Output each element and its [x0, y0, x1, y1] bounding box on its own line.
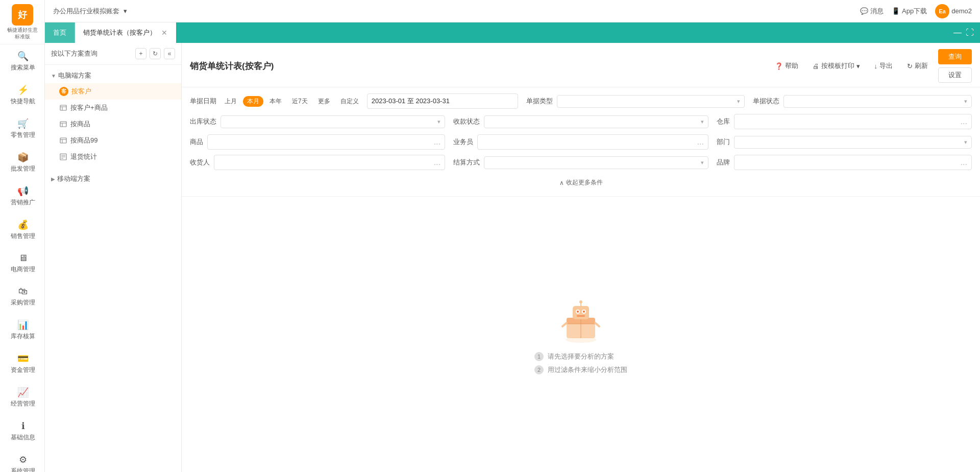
dept-select[interactable]: ▾ [734, 136, 972, 149]
app-download-label: App下载 [902, 7, 927, 16]
empty-state: 1 请先选择要分析的方案 2 用过滤条件来缩小分析范围 [534, 295, 627, 374]
sidebar-item-system[interactable]: ⚙ 系统管理 [0, 448, 44, 472]
empty-illustration [555, 295, 606, 346]
receiver-input[interactable]: ... [214, 155, 445, 170]
top-header: 办公用品行业模拟账套 ▾ 💬 消息 📱 App下载 Ea demo2 [45, 0, 980, 22]
scheme-icon [59, 153, 67, 161]
custom-btn[interactable]: 自定义 [336, 96, 363, 107]
sidebar-item-label: 采购管理 [11, 298, 35, 307]
date-label: 单据日期 [190, 97, 216, 106]
export-label: 导出 [879, 61, 893, 70]
refresh-icon: ↻ [907, 62, 913, 70]
settlement-arrow: ▾ [701, 159, 704, 166]
sidebar-item-marketing[interactable]: 📢 营销推广 [0, 179, 44, 213]
payment-status-select[interactable]: ▾ [484, 115, 708, 128]
salesperson-dots[interactable]: ... [697, 137, 704, 147]
sidebar-item-label: 搜索菜单 [11, 63, 35, 72]
sidebar-item-retail[interactable]: 🛒 零售管理 [0, 112, 44, 146]
scheme-item-by-goods[interactable]: 按商品 [45, 116, 181, 132]
query-button[interactable]: 查询 [938, 49, 972, 64]
brand-dots[interactable]: ... [961, 158, 967, 167]
sidebar-item-sales-mgmt[interactable]: 💰 销售管理 [0, 213, 44, 247]
logo-icon: 好 [12, 4, 33, 26]
collapse-more-btn[interactable]: ∧ 收起更多条件 [190, 175, 972, 190]
marketing-icon: 📢 [17, 185, 29, 197]
tab-home[interactable]: 首页 [45, 22, 75, 43]
filter-row-1: 单据日期 上月 本月 本年 近7天 更多 自定义 2023-03-01 至 20… [190, 93, 972, 109]
group-expand-icon: ▼ [51, 73, 56, 79]
sidebar-item-basic-info[interactable]: ℹ 基础信息 [0, 414, 44, 448]
doc-type-select[interactable]: ▾ [557, 95, 745, 108]
tab-sales-stat[interactable]: 销货单统计表（按客户） ✕ [75, 22, 176, 43]
prev-month-btn[interactable]: 上月 [220, 96, 241, 107]
mobile-group-header[interactable]: ▶ 移动端方案 [45, 171, 181, 186]
scheme-item-by-customer-goods[interactable]: 按客户+商品 [45, 100, 181, 116]
date-range-value: 2023-03-01 至 2023-03-31 [372, 97, 450, 106]
sidebar-item-inventory[interactable]: 📊 库存核算 [0, 313, 44, 347]
collapse-label: 收起更多条件 [566, 178, 603, 187]
sidebar-item-quick-nav[interactable]: ⚡ 快捷导航 [0, 78, 44, 112]
settlement-select[interactable]: ▾ [484, 156, 708, 169]
svg-point-21 [577, 311, 579, 313]
desktop-group-header[interactable]: ▼ 电脑端方案 [45, 68, 181, 83]
scheme-item-by-customer[interactable]: 客 按客户 [45, 83, 181, 100]
sidebar-item-label: 经营管理 [11, 399, 35, 408]
mobile-group-expand-icon: ▶ [51, 176, 55, 182]
sidebar-item-ecommerce[interactable]: 🖥 电商管理 [0, 247, 44, 280]
sidebar-item-operations[interactable]: 📈 经营管理 [0, 381, 44, 414]
receiver-dots[interactable]: ... [434, 158, 440, 167]
app-logo[interactable]: 好 畅捷通好生意 标准版 [0, 0, 44, 44]
scheme-item-by-goods99[interactable]: 按商品99 [45, 132, 181, 149]
message-btn[interactable]: 💬 消息 [860, 7, 884, 16]
help-btn[interactable]: ❓ 帮助 [771, 59, 802, 73]
collapse-panel-btn[interactable]: « [164, 48, 175, 59]
tab-expand-icon[interactable]: ⛶ [966, 28, 974, 37]
tab-minimize-icon[interactable]: — [953, 28, 962, 37]
settlement-field: 结算方式 ▾ [453, 156, 708, 169]
breadcrumb[interactable]: 办公用品行业模拟账套 ▾ [53, 7, 127, 16]
svg-point-25 [579, 300, 582, 303]
last7-btn[interactable]: 近7天 [288, 96, 312, 107]
more-btn[interactable]: 更多 [314, 96, 334, 107]
this-month-btn[interactable]: 本月 [243, 96, 263, 107]
brand-field: 品牌 ... [717, 155, 972, 170]
warehouse-input[interactable]: ... [734, 114, 972, 129]
sidebar-item-finance[interactable]: 💳 资金管理 [0, 347, 44, 381]
user-profile[interactable]: Ea demo2 [935, 4, 972, 18]
scheme-active-icon: 客 [59, 87, 68, 96]
this-year-btn[interactable]: 本年 [265, 96, 286, 107]
sidebar-item-label: 基础信息 [11, 433, 35, 442]
date-field: 单据日期 上月 本月 本年 近7天 更多 自定义 2023-03-01 至 20… [190, 93, 518, 109]
tab-close-icon[interactable]: ✕ [161, 29, 167, 37]
goods-input[interactable]: ... [207, 134, 445, 150]
salesperson-input[interactable]: ... [477, 134, 708, 150]
salesperson-field: 业务员 ... [453, 134, 708, 150]
add-scheme-btn[interactable]: + [135, 48, 146, 59]
out-status-select[interactable]: ▾ [220, 115, 445, 128]
app-download-btn[interactable]: 📱 App下载 [892, 7, 927, 16]
print-btn[interactable]: 🖨 按模板打印 ▾ [808, 59, 864, 73]
warehouse-dots[interactable]: ... [961, 117, 967, 126]
sidebar: 好 畅捷通好生意 标准版 🔍 搜索菜单 ⚡ 快捷导航 🛒 零售管理 📦 批发管理… [0, 0, 45, 472]
export-btn[interactable]: ↓ 导出 [870, 59, 897, 73]
scheme-item-return-stat[interactable]: 退货统计 [45, 149, 181, 165]
scheme-item-label: 按商品99 [70, 136, 97, 145]
refresh-btn[interactable]: ↻ 刷新 [903, 59, 932, 73]
svg-point-22 [583, 311, 585, 313]
warehouse-field: 仓库 ... [717, 114, 972, 129]
left-panel-actions: + ↻ « [135, 48, 175, 59]
goods-dots[interactable]: ... [434, 137, 440, 147]
print-icon: 🖨 [813, 62, 819, 70]
salesperson-label: 业务员 [453, 137, 473, 147]
doc-status-select[interactable]: ▾ [783, 95, 972, 108]
refresh-scheme-btn[interactable]: ↻ [150, 48, 161, 59]
sidebar-item-wholesale[interactable]: 📦 批发管理 [0, 146, 44, 179]
tab-bar: 首页 销货单统计表（按客户） ✕ — ⛶ [45, 22, 980, 43]
settings-button[interactable]: 设置 [938, 67, 972, 83]
left-panel-header: 按以下方案查询 + ↻ « [45, 43, 181, 65]
operations-icon: 📈 [17, 387, 29, 398]
sidebar-item-purchase[interactable]: 🛍 采购管理 [0, 280, 44, 313]
date-range-input[interactable]: 2023-03-01 至 2023-03-31 [367, 93, 518, 109]
brand-input[interactable]: ... [734, 155, 972, 170]
sidebar-item-search[interactable]: 🔍 搜索菜单 [0, 44, 44, 78]
